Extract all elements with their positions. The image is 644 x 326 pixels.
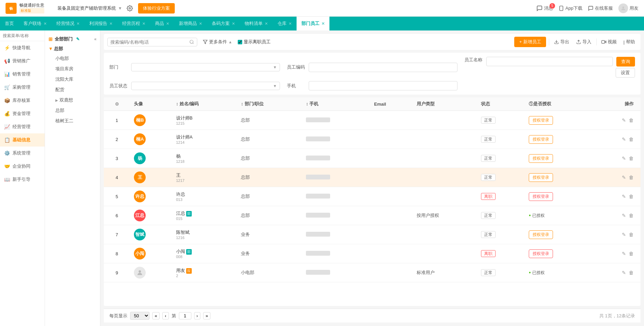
delete-icon[interactable]: 🗑 — [629, 194, 634, 199]
experience-btn[interactable]: 体验行业方案 — [138, 3, 175, 14]
delete-icon[interactable]: 🗑 — [629, 156, 634, 161]
phone-blur — [306, 232, 330, 237]
table-row: 3杨杨1218总部正常授权登录✎🗑 — [104, 149, 641, 168]
auth-login-btn[interactable]: 授权登录 — [529, 249, 553, 258]
user-profile-btn[interactable]: 用友 — [618, 3, 638, 13]
dept-item-distribution[interactable]: 配货 — [45, 85, 100, 95]
cell-user-type: 标准用户 — [412, 263, 477, 282]
next-page-btn[interactable]: › — [194, 312, 200, 319]
sidebar-item-system[interactable]: ⚙️ 系统管理 — [0, 147, 45, 160]
dept-item-project-room[interactable]: 项目库房 — [45, 64, 100, 74]
dept-collapse-btn[interactable]: « — [94, 37, 97, 42]
table-row: 7智斌陈智斌1216业务正常授权登录✎🗑 — [104, 225, 641, 244]
tab-bom[interactable]: 物料清单 ✕ — [240, 17, 273, 30]
first-page-btn[interactable]: « — [152, 312, 160, 319]
import-btn[interactable]: 导入 — [574, 37, 593, 46]
employee-search-input[interactable] — [110, 39, 188, 45]
dept-item-shuanglu[interactable]: ▶ 双鹿想 — [45, 95, 100, 105]
sidebar-item-sales[interactable]: 📊 销售管理 — [0, 68, 45, 81]
authorized-indicator: •已授权 — [529, 212, 589, 219]
set-btn[interactable]: 设置 — [616, 68, 635, 78]
delete-icon[interactable]: 🗑 — [629, 232, 634, 237]
message-btn[interactable]: 消息 5 — [536, 5, 553, 11]
video-btn[interactable]: 视频 — [599, 37, 619, 46]
cell-name: 王1217 — [172, 168, 237, 187]
cell-phone — [302, 130, 370, 149]
edit-icon[interactable]: ✎ — [622, 270, 626, 275]
tab-dept-employee[interactable]: 部门员工 ✕ — [297, 17, 329, 30]
dept-item-headquarters[interactable]: 总部 — [45, 105, 100, 116]
dept-filter-select[interactable]: ▼ — [131, 63, 280, 71]
edit-icon[interactable]: ✎ — [622, 232, 626, 237]
dept-item-shenyang[interactable]: 沈阳大库 — [45, 74, 100, 85]
tab-home[interactable]: 首页 — [0, 17, 19, 30]
sidebar-item-guide[interactable]: 📖 新手引导 — [0, 173, 45, 186]
dept-item-small-elec[interactable]: 小电部 — [45, 53, 100, 64]
sidebar-item-purchase[interactable]: 🛒 采购管理 — [0, 81, 45, 94]
auth-login-btn[interactable]: 授权登录 — [529, 135, 553, 144]
edit-icon[interactable]: ✎ — [622, 136, 626, 142]
sidebar-item-marketing[interactable]: 📢 营销推广 — [0, 54, 45, 68]
help-btn[interactable]: | 帮助 — [622, 37, 637, 46]
edit-icon[interactable]: ✎ — [622, 175, 626, 180]
auth-login-btn[interactable]: 授权登录 — [529, 192, 553, 201]
cell-name: 设计师A1214 — [172, 130, 237, 149]
delete-icon[interactable]: 🗑 — [629, 117, 634, 123]
tab-customer[interactable]: 客户联络 ✕ — [19, 17, 52, 30]
emp-code-filter-input[interactable] — [309, 63, 457, 72]
emp-status-select[interactable]: ▼ — [131, 82, 280, 90]
add-employee-btn[interactable]: + 新增员工 — [514, 37, 546, 47]
online-service-btn[interactable]: 在线客服 — [588, 5, 613, 11]
edit-icon[interactable]: ✎ — [622, 117, 626, 123]
export-btn[interactable]: 导出 — [552, 37, 571, 46]
edit-icon[interactable]: ✎ — [622, 213, 626, 218]
phone-filter-input[interactable] — [309, 81, 457, 90]
dept-item-plant-king[interactable]: 植树王二 — [45, 116, 100, 126]
sidebar-item-quick-nav[interactable]: ⚡ 快捷导航 — [0, 41, 45, 54]
delete-icon[interactable]: 🗑 — [629, 175, 634, 180]
phone-blur — [306, 117, 330, 122]
last-page-btn[interactable]: » — [203, 312, 210, 319]
sidebar-search-input[interactable] — [3, 33, 45, 38]
query-btn[interactable]: 查询 — [616, 57, 635, 67]
sidebar-item-finance[interactable]: 💰 资金管理 — [0, 107, 45, 120]
tab-operations[interactable]: 经营情况 ✕ — [52, 17, 84, 30]
tab-history[interactable]: 经营历程 ✕ — [117, 17, 150, 30]
current-page-input[interactable] — [179, 312, 191, 319]
per-page-select[interactable]: 50 20 100 — [130, 312, 149, 320]
delete-icon[interactable]: 🗑 — [629, 270, 634, 275]
settings-icon-btn[interactable] — [125, 3, 135, 13]
sidebar-item-operation[interactable]: 📈 经营管理 — [0, 120, 45, 133]
more-filters-btn[interactable]: 更多条件 ▲ — [200, 37, 235, 46]
dept-group-head[interactable]: ▼ 总部 — [45, 44, 100, 53]
dept-edit-btn[interactable]: ✎ — [76, 37, 80, 42]
edit-icon[interactable]: ✎ — [622, 251, 626, 256]
app-download-btn[interactable]: App下载 — [559, 5, 582, 11]
show-resigned-input[interactable] — [238, 40, 242, 44]
auth-login-btn[interactable]: 授权登录 — [529, 230, 553, 239]
delete-icon[interactable]: 🗑 — [629, 136, 634, 142]
tab-goods[interactable]: 商品 ✕ — [150, 17, 174, 30]
edit-icon[interactable]: ✎ — [622, 194, 626, 199]
auth-login-btn[interactable]: 授权登录 — [529, 116, 553, 125]
emp-name-filter-input[interactable] — [486, 57, 613, 66]
edit-icon[interactable]: ✎ — [622, 156, 626, 161]
sidebar-item-basic-info[interactable]: 📋 基础信息 — [0, 133, 45, 147]
cell-auth: •已授权 — [525, 263, 593, 282]
show-resigned-checkbox[interactable]: 显示离职员工 — [238, 39, 271, 45]
delete-icon[interactable]: 🗑 — [629, 213, 634, 218]
delete-icon[interactable]: 🗑 — [629, 251, 634, 256]
employee-table-body: 1楠B设计师B1215总部正常授权登录✎🗑2楠A设计师A1214总部正常授权登录… — [104, 111, 641, 282]
auth-login-btn[interactable]: 授权登录 — [529, 154, 553, 163]
auth-login-btn[interactable]: 授权登录 — [529, 173, 553, 182]
table-row: 6江总江总部015总部按用户授权正常•已授权✎🗑 — [104, 206, 641, 225]
tab-profit[interactable]: 利润报告 ✕ — [84, 17, 117, 30]
tab-new-goods[interactable]: 新增商品 ✕ — [174, 17, 207, 30]
sidebar-item-enterprise[interactable]: 🤝 企业协同 — [0, 160, 45, 173]
user-avatar — [618, 3, 628, 13]
prev-page-btn[interactable]: ‹ — [162, 312, 169, 319]
sidebar-item-inventory[interactable]: 📦 库存核算 — [0, 94, 45, 107]
phone-blur — [306, 194, 330, 199]
tab-barcode[interactable]: 条码方案 ✕ — [207, 17, 240, 30]
tab-warehouse[interactable]: 仓库 ✕ — [273, 17, 297, 30]
